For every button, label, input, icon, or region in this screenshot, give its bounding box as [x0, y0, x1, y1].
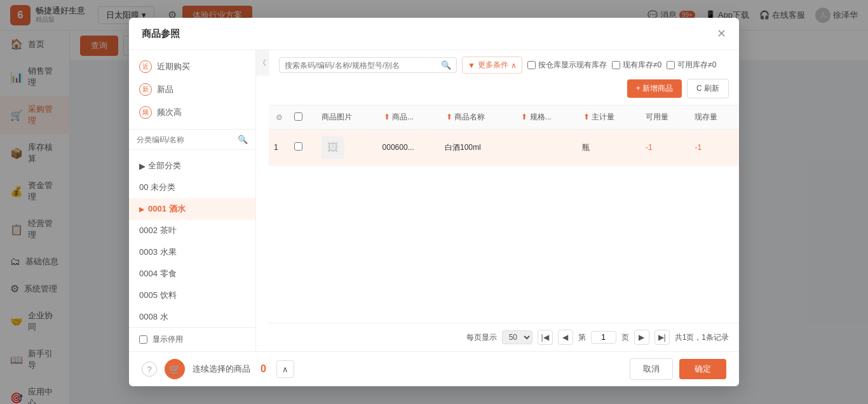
modal-toolbar: 🔍 ▼ 更多条件 ∧ 按仓库显示现有库存 现有库存≠0 — [269, 50, 739, 105]
page-suffix: 页 — [621, 332, 629, 343]
category-item-label-0: 00 未分类 — [139, 182, 175, 193]
cart-icon-btn[interactable]: 🛒 — [165, 359, 185, 379]
stock-ne0-label: 现有库存≠0 — [623, 60, 661, 71]
th-unit-sort-icon: ⬆ — [583, 112, 590, 121]
table-settings-col[interactable]: ⚙ — [269, 105, 289, 130]
modal-close-btn[interactable]: ✕ — [717, 27, 726, 41]
toolbar-right: + 新增商品 C 刷新 — [627, 79, 729, 98]
category-search-icon[interactable]: 🔍 — [238, 135, 248, 144]
category-all[interactable]: ▶ 全部分类 — [129, 155, 255, 177]
more-filter-label: 更多条件 — [478, 60, 508, 71]
more-filter-btn[interactable]: ▼ 更多条件 ∧ — [462, 57, 522, 74]
total-info: 共1页，1条记录 — [675, 332, 729, 343]
modal-title: 商品参照 — [142, 28, 180, 40]
category-all-arrow: ▶ — [139, 161, 146, 171]
category-all-label: 全部分类 — [148, 160, 181, 172]
category-tea[interactable]: 0002 茶叶 — [129, 220, 255, 241]
modal-overlay: 商品参照 ✕ 近 近期购买 新 新品 频 — [0, 0, 868, 404]
th-name-sort-icon: ⬆ — [446, 112, 452, 121]
chevron-up-icon: ∧ — [511, 61, 517, 70]
product-reference-modal: 商品参照 ✕ 近 近期购买 新 新品 频 — [129, 18, 739, 386]
warehouse-display-checkbox-label[interactable]: 按仓库显示现有库存 — [527, 60, 607, 71]
product-search-input[interactable] — [285, 61, 438, 70]
category-item-label-2: 0002 茶叶 — [139, 225, 177, 236]
filter-recent[interactable]: 近 近期购买 — [129, 55, 255, 78]
prev-page-btn[interactable]: ◀ — [558, 330, 573, 345]
category-item-label-5: 0005 饮料 — [139, 290, 177, 301]
category-uncategorized[interactable]: 00 未分类 — [129, 177, 255, 198]
footer-left: ? 🛒 连续选择的商品 0 ∧ — [142, 359, 294, 379]
show-disabled-checkbox[interactable] — [139, 335, 147, 344]
new-icon: 新 — [139, 83, 152, 96]
category-water[interactable]: 0008 水 — [129, 306, 255, 327]
category-item-label-1: 0001 酒水 — [148, 203, 186, 215]
collapse-panel-btn[interactable]: 《 — [256, 50, 269, 76]
stock-ne0-checkbox-label[interactable]: 现有库存≠0 — [612, 60, 661, 71]
th-stock: 现存量 — [689, 105, 739, 130]
collapse-footer-btn[interactable]: ∧ — [276, 360, 294, 378]
row-checkbox-cell — [289, 130, 316, 166]
th-spec-sort-icon: ⬆ — [521, 112, 527, 121]
filter-recent-label: 近期购买 — [157, 61, 190, 72]
category-fruit[interactable]: 0003 水果 — [129, 241, 255, 263]
per-page-label: 每页显示 — [466, 332, 497, 343]
th-available: 可用量 — [641, 105, 689, 130]
product-search-box: 🔍 — [279, 57, 457, 73]
category-search-input[interactable] — [137, 135, 238, 144]
product-table-container: ⚙ 商品图片 ⬆ 商品... ⬆ — [269, 105, 739, 323]
row-code-cell: 000600... — [377, 130, 440, 166]
available-ne0-checkbox[interactable] — [667, 61, 675, 69]
refresh-btn[interactable]: C 刷新 — [687, 79, 729, 98]
th-unit: ⬆ 主计量 — [577, 105, 641, 130]
filter-icon: ▼ — [468, 61, 475, 70]
filter-new-label: 新品 — [157, 84, 173, 95]
category-liquor[interactable]: ▶ 0001 酒水 — [129, 198, 255, 220]
th-unit-label: 主计量 — [592, 112, 614, 121]
show-disabled-area: 显示停用 — [129, 327, 255, 351]
table-row[interactable]: 1 🖼 000600... 白酒100ml — [269, 130, 739, 166]
last-page-btn[interactable]: ▶| — [654, 330, 670, 345]
category-item-label-3: 0003 水果 — [139, 246, 177, 258]
confirm-btn[interactable]: 确定 — [679, 359, 726, 379]
th-code: ⬆ 商品... — [377, 105, 440, 130]
row-unit-cell: 瓶 — [577, 130, 641, 166]
filter-frequent-label: 频次高 — [157, 107, 182, 118]
th-image: 商品图片 — [316, 105, 377, 130]
image-placeholder-icon: 🖼 — [327, 141, 339, 154]
first-page-btn[interactable]: |◀ — [538, 330, 553, 345]
filter-new[interactable]: 新 新品 — [129, 78, 255, 101]
page-label: 第 — [578, 332, 586, 343]
cart-count: 0 — [261, 363, 266, 375]
category-item-label-4: 0004 零食 — [139, 268, 177, 279]
pagination-bar: 每页显示 50 |◀ ◀ 第 页 ▶ ▶| 共1页，1条记录 — [269, 323, 739, 351]
per-page-select[interactable]: 50 — [502, 330, 532, 344]
row-checkbox[interactable] — [294, 142, 302, 151]
filter-frequent[interactable]: 频 频次高 — [129, 101, 255, 124]
category-snack[interactable]: 0004 零食 — [129, 263, 255, 285]
page-number-input[interactable] — [591, 331, 616, 344]
cancel-btn[interactable]: 取消 — [630, 358, 673, 380]
category-beverage[interactable]: 0005 饮料 — [129, 285, 255, 306]
add-product-btn[interactable]: + 新增商品 — [627, 79, 682, 98]
footer-right: 取消 确定 — [630, 358, 726, 380]
help-icon[interactable]: ? — [142, 361, 157, 377]
modal-body: 近 近期购买 新 新品 频 频次高 🔍 — [129, 50, 739, 351]
available-ne0-checkbox-label[interactable]: 可用库存≠0 — [667, 60, 716, 71]
product-thumbnail: 🖼 — [322, 136, 344, 159]
category-item-label-6: 0008 水 — [139, 311, 168, 323]
th-image-label: 商品图片 — [322, 112, 352, 121]
select-all-checkbox[interactable] — [294, 112, 302, 121]
category-liquor-arrow: ▶ — [139, 206, 144, 213]
th-name-label: 商品名称 — [454, 112, 485, 121]
product-search-icon[interactable]: 🔍 — [441, 60, 451, 70]
next-page-btn[interactable]: ▶ — [634, 330, 649, 345]
warehouse-display-checkbox[interactable] — [527, 61, 536, 69]
continuous-label: 连续选择的商品 — [193, 363, 250, 375]
th-spec: ⬆ 规格... — [515, 105, 576, 130]
warehouse-display-label: 按仓库显示现有库存 — [538, 60, 607, 71]
stock-ne0-checkbox[interactable] — [612, 61, 620, 69]
modal-right-panel: 🔍 ▼ 更多条件 ∧ 按仓库显示现有库存 现有库存≠0 — [269, 50, 739, 351]
th-name: ⬆ 商品名称 — [440, 105, 515, 130]
row-image-cell: 🖼 — [316, 130, 377, 166]
modal-header: 商品参照 ✕ — [129, 18, 739, 50]
